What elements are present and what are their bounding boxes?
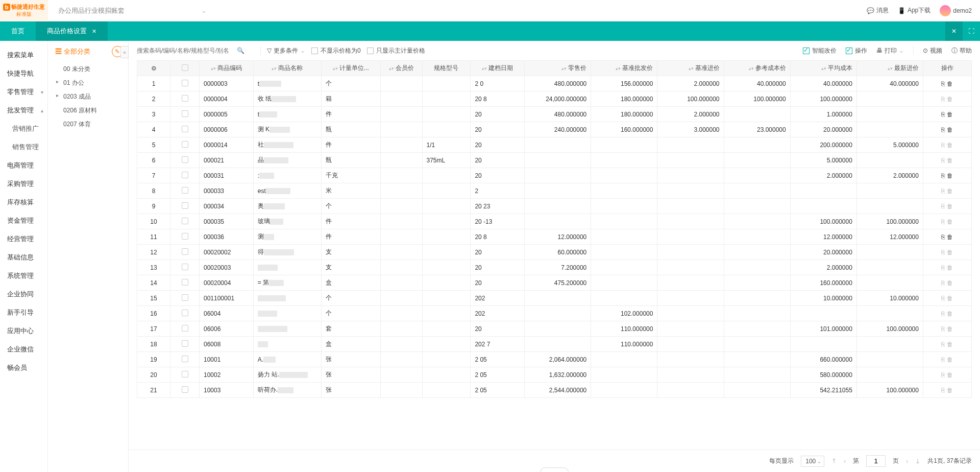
sidebar-system[interactable]: 系统管理 [0, 267, 47, 285]
help-button[interactable]: ⓘ帮助 [951, 46, 972, 55]
cell-avgcost[interactable]: 160.000000 [790, 275, 856, 291]
cell-purchase[interactable] [657, 337, 724, 352]
copy-icon[interactable]: ⎘ [941, 279, 945, 287]
tree-item[interactable]: 00 未分类 [48, 62, 128, 76]
tab-close-all[interactable]: ✕ [945, 21, 963, 41]
cell-wholesale[interactable] [591, 214, 657, 229]
delete-icon[interactable]: 🗑 [947, 126, 953, 133]
col-spec[interactable]: 规格型号 [422, 61, 471, 76]
cell-purchase[interactable] [657, 306, 724, 321]
cell-retail[interactable] [525, 183, 591, 199]
cell-wholesale[interactable] [591, 291, 657, 306]
cell-refcost[interactable] [724, 229, 790, 245]
cell-retail[interactable]: 475.200000 [525, 275, 591, 291]
cell-latest[interactable] [856, 107, 923, 122]
sidebar-inventory[interactable]: 库存核算 [0, 193, 47, 211]
cell-refcost[interactable] [724, 306, 790, 321]
cell-refcost[interactable] [724, 168, 790, 183]
cell-wholesale[interactable]: 160.000000 [591, 122, 657, 137]
row-select[interactable] [170, 168, 200, 183]
copy-icon[interactable]: ⎘ [941, 341, 945, 348]
next-page-button[interactable]: › [906, 458, 908, 465]
cell-refcost[interactable] [724, 214, 790, 229]
cell-purchase[interactable] [657, 137, 724, 153]
prev-page-button[interactable]: ‹ [844, 458, 846, 465]
cell-refcost[interactable] [724, 199, 790, 214]
cell-purchase[interactable] [657, 199, 724, 214]
cell-latest[interactable] [856, 260, 923, 275]
delete-icon[interactable]: 🗑 [947, 111, 953, 118]
cell-retail[interactable] [525, 291, 591, 306]
last-page-button[interactable]: ⤓ [915, 458, 920, 465]
sidebar-corp[interactable]: 企业协同 [0, 285, 47, 303]
col-code[interactable]: ▴▾商品编码 [200, 61, 254, 76]
copy-icon[interactable]: ⎘ [941, 325, 945, 333]
cell-latest[interactable] [856, 367, 923, 383]
delete-icon[interactable]: 🗑 [947, 187, 953, 195]
copy-icon[interactable]: ⎘ [941, 295, 945, 302]
cell-wholesale[interactable] [591, 260, 657, 275]
row-select[interactable] [170, 306, 200, 321]
cell-latest[interactable]: 100.000000 [856, 214, 923, 229]
cell-wholesale[interactable] [591, 367, 657, 383]
cell-wholesale[interactable] [591, 199, 657, 214]
row-select[interactable] [170, 107, 200, 122]
row-select[interactable] [170, 260, 200, 275]
cell-purchase[interactable] [657, 245, 724, 260]
cell-avgcost[interactable]: 5.000000 [790, 153, 856, 168]
cell-avgcost[interactable]: 20.000000 [790, 122, 856, 137]
col-select-all[interactable] [170, 61, 200, 76]
cell-retail[interactable]: 240.000000 [525, 122, 591, 137]
cell-retail[interactable]: 24,000.000000 [525, 91, 591, 107]
cell-refcost[interactable] [724, 245, 790, 260]
cell-wholesale[interactable] [591, 352, 657, 367]
copy-icon[interactable]: ⎘ [941, 96, 945, 103]
col-purchase[interactable]: ▴▾基准进价 [657, 61, 724, 76]
cell-refcost[interactable] [724, 275, 790, 291]
user-menu[interactable]: demo2 [940, 5, 972, 16]
collapse-tree-button[interactable]: « [120, 46, 129, 58]
copy-icon[interactable]: ⎘ [941, 371, 945, 379]
row-select[interactable] [170, 321, 200, 337]
copy-icon[interactable]: ⎘ [941, 310, 945, 317]
copy-icon[interactable]: ⎘ [941, 233, 945, 241]
cell-purchase[interactable] [657, 183, 724, 199]
smart-edit-button[interactable]: 智能改价 [803, 46, 837, 55]
print-button[interactable]: 🖶打印⌄ [876, 46, 904, 55]
delete-icon[interactable]: 🗑 [947, 264, 953, 271]
cell-avgcost[interactable] [790, 199, 856, 214]
delete-icon[interactable]: 🗑 [947, 295, 953, 302]
cell-refcost[interactable] [724, 137, 790, 153]
cell-refcost[interactable] [724, 260, 790, 275]
cell-refcost[interactable] [724, 183, 790, 199]
cell-wholesale[interactable] [591, 275, 657, 291]
cell-latest[interactable]: 40.000000 [856, 76, 923, 91]
search-input[interactable] [137, 47, 234, 54]
sidebar-search[interactable]: 搜索菜单 [0, 46, 47, 64]
cell-refcost[interactable] [724, 321, 790, 337]
cell-latest[interactable]: 100.000000 [856, 383, 923, 398]
close-icon[interactable]: ✕ [92, 28, 96, 35]
cell-purchase[interactable] [657, 214, 724, 229]
cell-purchase[interactable]: 100.000000 [657, 91, 724, 107]
cell-refcost[interactable]: 23.000000 [724, 122, 790, 137]
sidebar-basic[interactable]: 基础信息 [0, 248, 47, 267]
cell-retail[interactable] [525, 168, 591, 183]
cell-wholesale[interactable]: 156.000000 [591, 76, 657, 91]
cell-latest[interactable] [856, 183, 923, 199]
cell-purchase[interactable] [657, 153, 724, 168]
tree-item[interactable]: 0203 成品 [48, 90, 128, 104]
cell-purchase[interactable] [657, 168, 724, 183]
cell-retail[interactable] [525, 137, 591, 153]
cell-retail[interactable]: 2,544.000000 [525, 383, 591, 398]
cell-latest[interactable]: 10.000000 [856, 291, 923, 306]
row-select[interactable] [170, 122, 200, 137]
cell-avgcost[interactable]: 2.000000 [790, 168, 856, 183]
copy-icon[interactable]: ⎘ [941, 141, 945, 149]
cell-retail[interactable] [525, 199, 591, 214]
sidebar-corpwechat[interactable]: 企业微信 [0, 340, 47, 359]
delete-icon[interactable]: 🗑 [947, 96, 953, 103]
cell-retail[interactable] [525, 337, 591, 352]
cell-wholesale[interactable] [591, 229, 657, 245]
cell-avgcost[interactable]: 12.000000 [790, 229, 856, 245]
